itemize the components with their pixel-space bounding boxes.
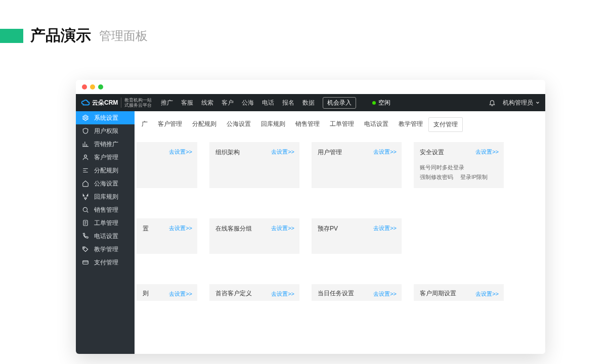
sidebar-item-3[interactable]: 客户管理 <box>76 151 135 164</box>
chart-icon <box>82 141 89 148</box>
status-label: 空闲 <box>378 99 390 107</box>
logo[interactable]: 云朵CRM 教育机构一站 式服务云平台 <box>81 98 152 108</box>
sidebar-item-11[interactable]: 支付管理 <box>76 256 135 269</box>
status-dot-icon <box>372 101 376 105</box>
nav-item-3[interactable]: 客户 <box>222 99 234 107</box>
card-tag: 登录IP限制 <box>460 173 488 181</box>
sidebar-item-label: 电话设置 <box>94 232 118 241</box>
card-1-1: 在线客服分组去设置>> <box>209 218 299 254</box>
status-indicator[interactable]: 空闲 <box>372 99 390 107</box>
go-settings-link[interactable]: 去设置>> <box>271 224 294 232</box>
card-tag: 账号同时多处登录 <box>420 164 464 171</box>
card-2-0: 则去设置>> <box>137 284 197 301</box>
nav-item-1[interactable]: 客服 <box>181 99 193 107</box>
card-2-2: 当日任务设置去设置>> <box>312 284 402 301</box>
topbar: 云朵CRM 教育机构一站 式服务云平台 推广 客服 线索 客户 公海 电话 报名… <box>76 94 545 111</box>
app-body: 系统设置用户权限营销推广客户管理分配规则公海设置回库规则销售管理工单管理电话设置… <box>76 111 545 354</box>
nav-item-7[interactable]: 数据 <box>302 99 315 107</box>
user-label: 机构管理员 <box>503 99 533 107</box>
go-settings-link[interactable]: 去设置>> <box>169 290 192 298</box>
window-close-dot[interactable] <box>82 84 87 89</box>
logo-text: 云朵CRM <box>92 99 118 107</box>
go-settings-link[interactable]: 去设置>> <box>271 290 294 298</box>
window-zoom-dot[interactable] <box>98 84 103 89</box>
sidebar-item-label: 公海设置 <box>94 179 118 188</box>
tab-3[interactable]: 公海设置 <box>222 117 255 132</box>
sidebar-item-2[interactable]: 营销推广 <box>76 138 135 151</box>
card-1-0: 置去设置>> <box>137 218 197 254</box>
sidebar-item-label: 工单管理 <box>94 219 118 228</box>
go-settings-link[interactable]: 去设置>> <box>475 148 499 156</box>
cloud-icon <box>81 98 90 107</box>
card-icon <box>82 259 89 266</box>
slide-subtitle: 管理面板 <box>99 28 148 44</box>
sidebar-item-4[interactable]: 分配规则 <box>76 164 135 177</box>
svg-point-4 <box>83 248 84 249</box>
sidebar-item-0[interactable]: 系统设置 <box>76 111 135 124</box>
tab-8[interactable]: 教学管理 <box>394 117 427 132</box>
window-titlebar <box>76 80 545 94</box>
sidebar-item-label: 回库规则 <box>94 193 118 201</box>
recycle-icon <box>82 193 89 200</box>
shield-icon <box>82 127 89 134</box>
main-content: 广客户管理分配规则公海设置回库规则销售管理工单管理电话设置教学管理支付管理 去设… <box>135 111 545 354</box>
app-window: 云朵CRM 教育机构一站 式服务云平台 推广 客服 线索 客户 公海 电话 报名… <box>76 80 545 354</box>
sidebar-item-9[interactable]: 电话设置 <box>76 230 135 243</box>
go-settings-link[interactable]: 去设置>> <box>373 224 397 232</box>
go-settings-link[interactable]: 去设置>> <box>475 290 499 298</box>
doc-icon <box>82 219 89 226</box>
sidebar-item-10[interactable]: 教学管理 <box>76 243 135 256</box>
tab-9[interactable]: 支付管理 <box>428 117 463 132</box>
sidebar-item-8[interactable]: 工单管理 <box>76 216 135 230</box>
nav-item-4[interactable]: 公海 <box>242 99 254 107</box>
phone-icon <box>82 233 89 240</box>
nav-item-5[interactable]: 电话 <box>262 99 274 107</box>
svg-rect-5 <box>83 261 89 264</box>
window-minimize-dot[interactable] <box>90 84 95 89</box>
tab-4[interactable]: 回库规则 <box>256 117 290 132</box>
card-tag: 强制修改密码 <box>420 173 453 181</box>
go-settings-link[interactable]: 去设置>> <box>373 290 397 298</box>
sidebar-item-label: 用户权限 <box>94 127 118 135</box>
home-icon <box>82 180 89 187</box>
sidebar: 系统设置用户权限营销推广客户管理分配规则公海设置回库规则销售管理工单管理电话设置… <box>76 111 135 354</box>
card-0-2: 用户管理去设置>> <box>312 142 402 188</box>
tab-1[interactable]: 客户管理 <box>153 117 187 132</box>
tag-icon <box>82 246 89 253</box>
record-opportunity-button[interactable]: 机会录入 <box>323 97 356 109</box>
go-settings-link[interactable]: 去设置>> <box>271 148 294 156</box>
tab-0[interactable]: 广 <box>137 117 152 132</box>
cards-region: 去设置>>组织架构去设置>>用户管理去设置>>安全设置去设置>>账号同时多处登录… <box>135 132 545 301</box>
settings-icon <box>82 114 89 121</box>
slide-heading: 产品演示 管理面板 <box>0 25 148 46</box>
card-1-2: 预存PV去设置>> <box>312 218 402 254</box>
cards-row-0: 去设置>>组织架构去设置>>用户管理去设置>>安全设置去设置>>账号同时多处登录… <box>137 142 543 188</box>
sidebar-item-1[interactable]: 用户权限 <box>76 124 135 138</box>
cards-row-2: 则去设置>>首咨客户定义去设置>>当日任务设置去设置>>客户周期设置去设置>> <box>137 284 543 301</box>
tab-7[interactable]: 电话设置 <box>360 117 393 132</box>
sidebar-item-7[interactable]: 销售管理 <box>76 203 135 216</box>
sidebar-item-5[interactable]: 公海设置 <box>76 177 135 190</box>
bell-icon[interactable] <box>489 99 496 106</box>
tab-6[interactable]: 工单管理 <box>325 117 359 132</box>
user-menu[interactable]: 机构管理员 <box>503 99 540 107</box>
svg-point-1 <box>84 155 87 157</box>
nav-item-6[interactable]: 报名 <box>282 99 294 107</box>
tabs-row: 广客户管理分配规则公海设置回库规则销售管理工单管理电话设置教学管理支付管理 <box>135 111 545 132</box>
go-settings-link[interactable]: 去设置>> <box>169 148 192 156</box>
nav-item-2[interactable]: 线索 <box>201 99 213 107</box>
tab-2[interactable]: 分配规则 <box>188 117 221 132</box>
tab-5[interactable]: 销售管理 <box>291 117 324 132</box>
search-icon <box>82 206 89 213</box>
accent-block <box>0 29 23 43</box>
go-settings-link[interactable]: 去设置>> <box>373 148 397 156</box>
sidebar-item-label: 支付管理 <box>94 258 118 267</box>
nav-item-0[interactable]: 推广 <box>161 99 173 107</box>
go-settings-link[interactable]: 去设置>> <box>169 224 192 232</box>
sidebar-item-6[interactable]: 回库规则 <box>76 190 135 203</box>
svg-point-2 <box>83 207 87 211</box>
card-2-3: 客户周期设置去设置>> <box>414 284 504 301</box>
person-icon <box>82 154 89 161</box>
card-0-0: 去设置>> <box>137 142 197 188</box>
sidebar-item-label: 客户管理 <box>94 153 118 162</box>
